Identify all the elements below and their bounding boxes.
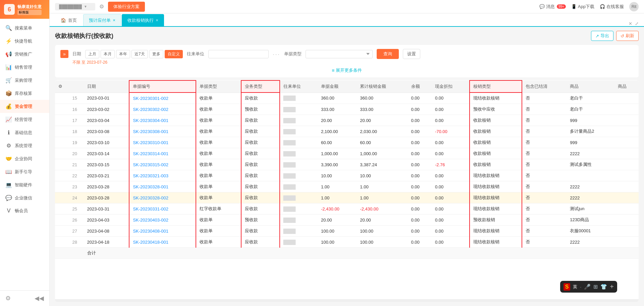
- col-writeoff-type: 现结收款核销: [470, 192, 522, 203]
- doc-link[interactable]: SK-20230302-002: [133, 107, 168, 112]
- sidebar-item-企业协同[interactable]: 🤝企业协同: [0, 152, 49, 165]
- col-include-settled: 否: [522, 181, 567, 192]
- ime-plus-icon[interactable]: +: [610, 283, 614, 291]
- col-partner: ████: [280, 137, 318, 148]
- sidebar-item-资金管理[interactable]: 💰资金管理: [0, 100, 49, 113]
- col-total-writeoff: 100.00: [357, 237, 408, 248]
- sidebar-item-企业微信[interactable]: 💬企业微信: [0, 191, 49, 204]
- table-row: 27 2023-04-08 SK-20230408-001 收款单 应收款 ██…: [55, 226, 639, 237]
- tab-prepaid-payable[interactable]: 预计应付单 ✕: [83, 14, 121, 26]
- sidebar-label: 新手引导: [15, 169, 32, 175]
- sidebar-item-销售管理[interactable]: 📊销售管理: [0, 61, 49, 74]
- online-service-btn[interactable]: 🎧 在线客服: [600, 4, 624, 10]
- sidebar-item-搜索菜单[interactable]: 🔍搜索菜单: [0, 21, 49, 35]
- sidebar-item-系统管理[interactable]: ⚙系统管理: [0, 139, 49, 152]
- sidebar-label: 畅会员: [15, 208, 28, 214]
- user-avatar[interactable]: Rit: [629, 2, 639, 11]
- sidebar-icon: ⚙: [5, 142, 12, 149]
- col-doctype: 收款单: [196, 104, 241, 115]
- tab-close-icon[interactable]: ✕: [113, 18, 115, 22]
- sidebar: 6 畅康道好生意 标推版 🔍搜索菜单⚡快捷导航📢营销推广📊销售管理🛒采购管理📦库…: [0, 0, 50, 306]
- col-settings: [55, 126, 66, 137]
- col-biztype: 应收款: [241, 137, 280, 148]
- main-area: ████████ ▼ ⚙ 体验行业方案 💬 消息 99+ 📱 App下载 🎧 在…: [50, 0, 644, 306]
- collapse-icon[interactable]: ◀◀: [35, 295, 44, 302]
- doc-link[interactable]: SK-20230418-001: [133, 240, 168, 245]
- settings-button[interactable]: 设置: [403, 49, 420, 59]
- date-btn-custom[interactable]: 自定义: [165, 50, 183, 58]
- tab-maximize-icon[interactable]: ⤢: [635, 21, 639, 26]
- query-button[interactable]: 查询: [377, 49, 399, 59]
- ime-grid-icon[interactable]: ⊞: [593, 284, 598, 290]
- col-product: 测试多属性: [567, 159, 614, 170]
- date-btn-this-year[interactable]: 本年: [116, 50, 130, 58]
- col-cash-discount: -70.00: [432, 126, 470, 137]
- tab-close-icon[interactable]: ✕: [156, 18, 158, 22]
- doc-link[interactable]: SK-20230321-003: [133, 173, 168, 178]
- doc-link[interactable]: SK-20230301-002: [133, 96, 168, 101]
- doc-link[interactable]: SK-20230308-001: [133, 129, 168, 134]
- doc-link[interactable]: SK-20230408-001: [133, 229, 168, 234]
- industry-btn[interactable]: 体验行业方案: [108, 2, 145, 12]
- tab-home[interactable]: 🏠 首页: [55, 14, 83, 26]
- table-wrapper[interactable]: ⚙ 日期 单据编号 单据类型 业务类型 往来单位 单据金额 累计核销金额 余额 …: [55, 80, 639, 299]
- ime-shirt-icon[interactable]: 👕: [600, 284, 607, 290]
- col-docno: SK-20230321-003: [129, 170, 196, 181]
- col-partner: ████: [280, 237, 318, 248]
- col-rownum: 19: [66, 137, 84, 148]
- app-download-btn[interactable]: 📱 App下载: [571, 4, 594, 10]
- filter-expand-btn[interactable]: »: [60, 50, 68, 58]
- doc-link[interactable]: SK-20230310-001: [133, 140, 168, 145]
- horizontal-scrollbar[interactable]: [55, 299, 639, 302]
- col-total-writeoff: 1,000.00: [357, 148, 408, 159]
- refresh-button[interactable]: ↺ 刷新: [616, 31, 639, 41]
- date-btn-7days[interactable]: 近7天: [131, 50, 148, 58]
- sidebar-item-库存核算[interactable]: 📦库存核算: [0, 87, 49, 100]
- col-partner: ████: [280, 192, 318, 203]
- table-row: 23 2023-03-28 SK-20230328-001 收款单 应收款 ██…: [55, 181, 639, 192]
- doc-link[interactable]: SK-20230328-001: [133, 184, 168, 189]
- company-selector[interactable]: ████████ ▼: [55, 3, 95, 10]
- sidebar-item-新手引导[interactable]: 📖新手引导: [0, 165, 49, 178]
- doc-link[interactable]: SK-20230314-001: [133, 151, 168, 156]
- date-btn-this-month[interactable]: 本月: [101, 50, 115, 58]
- message-btn[interactable]: 💬 消息 99+: [539, 4, 566, 10]
- col-balance: 0.00: [408, 192, 432, 203]
- sidebar-item-基础信息[interactable]: ℹ基础信息: [0, 126, 49, 139]
- expand-more-conditions[interactable]: 展开更多条件: [60, 67, 633, 73]
- export-button[interactable]: ↗ 导出: [591, 31, 613, 41]
- col-date: 2023-03-02: [84, 104, 129, 115]
- sidebar-item-快捷导航[interactable]: ⚡快捷导航: [0, 35, 49, 48]
- date-btn-last-month[interactable]: 上月: [85, 50, 99, 58]
- col-date: 2023-04-03: [84, 215, 129, 226]
- sidebar-item-营销推广[interactable]: 📢营销推广: [0, 48, 49, 61]
- col-date: 2023-03-28: [84, 192, 129, 203]
- date-label: 日期: [72, 51, 81, 57]
- col-doctype: 收款单: [196, 137, 241, 148]
- col-partner: ████: [280, 203, 318, 215]
- ime-mic-icon[interactable]: 🎤: [584, 284, 591, 290]
- col-rownum: 27: [66, 226, 84, 237]
- col-partner: ████: [280, 226, 318, 237]
- tab-collection-writeoff[interactable]: 收款核销执行 ✕: [122, 14, 164, 26]
- table-row: 26 2023-04-03 SK-20230403-002 收款单 预收款 ██…: [55, 215, 639, 226]
- topbar-gear-icon[interactable]: ⚙: [99, 3, 104, 10]
- sidebar-item-智能硬件[interactable]: 💻智能硬件: [0, 178, 49, 191]
- doc-link[interactable]: SK-20230403-002: [133, 218, 168, 223]
- date-btn-more[interactable]: 更多: [149, 50, 163, 58]
- col-header-settings[interactable]: ⚙: [55, 80, 66, 93]
- doc-link[interactable]: SK-20230331-002: [133, 206, 168, 211]
- tab-close-all-icon[interactable]: ✕: [629, 21, 632, 26]
- sidebar-item-经营管理[interactable]: 📈经营管理: [0, 113, 49, 126]
- sidebar-item-采购管理[interactable]: 🛒采购管理: [0, 74, 49, 87]
- doc-link[interactable]: SK-20230304-001: [133, 118, 168, 123]
- sidebar-label: 搜索菜单: [15, 25, 32, 31]
- doc-link[interactable]: SK-20230315-002: [133, 162, 168, 167]
- sidebar-item-畅会员[interactable]: V畅会员: [0, 204, 49, 217]
- partner-input[interactable]: [208, 50, 269, 58]
- col-balance: 0.00: [408, 93, 432, 104]
- voucher-type-select[interactable]: [306, 50, 373, 58]
- settings-icon[interactable]: ⚙: [5, 295, 11, 302]
- doc-link[interactable]: SK-20230328-002: [133, 195, 168, 200]
- tabbar: 🏠 首页 预计应付单 ✕ 收款核销执行 ✕ ✕ ⤢: [50, 13, 644, 27]
